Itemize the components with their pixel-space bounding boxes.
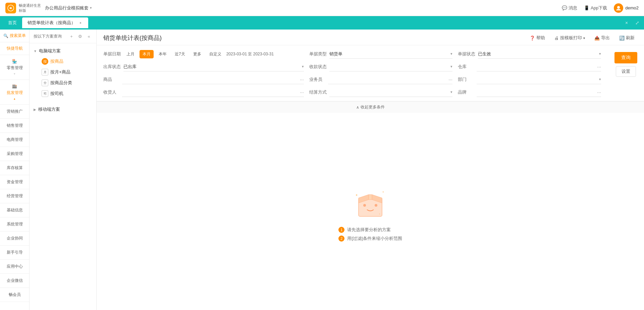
date-btn-this-year[interactable]: 本年	[156, 50, 170, 58]
query-button[interactable]: 查询	[614, 52, 637, 63]
user-name: demo2	[625, 5, 639, 10]
scheme-by-category[interactable]: 分 按商品分类	[34, 78, 92, 88]
brand-control[interactable]: ···	[477, 88, 601, 97]
app-download-button[interactable]: 📱 App下载	[584, 5, 607, 11]
sidebar-item-member[interactable]: 畅会员	[0, 288, 29, 302]
breadcrumb[interactable]: 办公用品行业模拟账套 ▾	[45, 5, 92, 11]
date-btn-more[interactable]: 更多	[190, 50, 204, 58]
print-button[interactable]: 🖨 按模板打印 ▾	[552, 34, 588, 42]
scheme-mobile[interactable]: ▶ 移动端方案	[34, 104, 92, 114]
content-area: 按以下方案查询 + ⚙ « ▼ 电脑端方案 按 按商品 月 按月+	[30, 30, 644, 310]
date-btn-7days[interactable]: 近7天	[172, 50, 188, 58]
sidebar-item-corp-wechat[interactable]: 企业微信	[0, 274, 29, 288]
settings-scheme-button[interactable]: ⚙	[77, 33, 84, 40]
salesperson-control[interactable]: ···	[328, 75, 452, 84]
receiver-dots-icon[interactable]: ···	[300, 90, 304, 95]
tab-minimize-button[interactable]: ×	[623, 19, 631, 27]
export-button[interactable]: 📤 导出	[592, 34, 612, 42]
warehouse-dots-icon[interactable]: ···	[597, 64, 601, 69]
scheme-by-product[interactable]: 按 按商品	[34, 56, 92, 67]
tab-home-label: 首页	[8, 20, 17, 26]
collapse-button[interactable]: ∧ 收起更多条件	[97, 101, 644, 113]
salesperson-dots-icon[interactable]: ···	[448, 77, 452, 82]
department-control[interactable]: ▾	[477, 75, 601, 84]
sidebar-item-inventory[interactable]: 库存核算	[0, 161, 29, 175]
sidebar-item-wholesale[interactable]: 🏬 批发管理 ▴	[0, 80, 29, 105]
scheme-by-month-product[interactable]: 月 按月+商品	[34, 67, 92, 78]
sidebar-app-center-label: 应用中心	[7, 264, 23, 269]
tab-bar-actions: × ⤢	[623, 19, 641, 27]
right-panel: 销货单统计表(按商品) ❓ 帮助 🖨 按模板打印 ▾ 📤 导出	[97, 30, 644, 310]
user-menu[interactable]: demo2	[614, 3, 639, 13]
tip-num-2: 2	[338, 236, 344, 242]
sidebar-search[interactable]: 🔍 搜索菜单	[0, 30, 29, 42]
product-dots-icon[interactable]: ···	[300, 77, 304, 82]
refresh-label: 刷新	[626, 35, 635, 41]
sidebar-quick-nav[interactable]: 快捷导航	[0, 42, 29, 55]
top-header: 畅捷通好生意 标版 办公用品行业模拟账套 ▾ 💬 消息 📱 App下载 demo…	[0, 0, 644, 16]
export-icon: 📤	[594, 36, 600, 41]
scheme-by-category-icon: 分	[42, 80, 48, 86]
date-btn-this-month[interactable]: 本月	[140, 50, 154, 58]
warehouse-control[interactable]: ···	[477, 62, 601, 71]
collapse-panel-button[interactable]: «	[86, 33, 92, 40]
sidebar-item-basic[interactable]: 基础信息	[0, 203, 29, 217]
refresh-button[interactable]: 🔄 刷新	[616, 34, 637, 42]
empty-state: ✦ ✦ ✦ 1 请先选择要分析的方案 2 用[过滤]条件来缩小分析范围	[97, 113, 644, 310]
scheme-by-machine[interactable]: 司 按司机	[34, 88, 92, 99]
doc-type-label: 单据类型	[309, 51, 327, 57]
setup-button[interactable]: 设置	[616, 66, 636, 77]
breadcrumb-text: 办公用品行业模拟账套	[45, 5, 89, 11]
tab-home[interactable]: 首页	[3, 17, 22, 28]
date-btn-custom[interactable]: 自定义	[206, 50, 224, 58]
collect-status-control[interactable]: ▾	[329, 62, 452, 71]
receiver-control[interactable]: ···	[122, 88, 304, 97]
logo-icon	[5, 3, 16, 13]
scheme-by-machine-icon: 司	[42, 90, 48, 97]
sidebar-item-ecommerce[interactable]: 电商管理	[0, 133, 29, 147]
print-icon: 🖨	[554, 36, 559, 41]
scheme-desktop[interactable]: ▼ 电脑端方案	[34, 46, 92, 56]
filter-salesperson: 业务员 ···	[309, 75, 452, 84]
collapse-up-icon: ∧	[356, 105, 359, 110]
sidebar-item-marketing[interactable]: 营销推广	[0, 105, 29, 119]
filter-receiver: 收货人 ···	[103, 88, 304, 97]
out-status-value: 已出库	[123, 64, 301, 70]
out-status-control[interactable]: 已出库 ▾	[123, 62, 304, 71]
app-download-label: App下载	[591, 5, 607, 11]
tab-close-icon[interactable]: ×	[78, 20, 83, 25]
sidebar-item-app-center[interactable]: 应用中心	[0, 260, 29, 274]
message-button[interactable]: 💬 消息	[562, 5, 577, 11]
empty-tip-1: 1 请先选择要分析的方案	[338, 227, 402, 233]
sidebar-item-ops[interactable]: 经营管理	[0, 189, 29, 203]
brand-dots-icon[interactable]: ···	[597, 90, 601, 95]
date-btn-last-month[interactable]: 上月	[123, 50, 138, 58]
payment-control[interactable]: ▾	[329, 88, 452, 97]
sidebar-basic-label: 基础信息	[7, 207, 23, 213]
filter-department: 部门 ▾	[458, 75, 601, 84]
filter-product: 商品 ···	[103, 75, 304, 84]
sidebar-item-sales-mgmt[interactable]: 销售管理	[0, 119, 29, 133]
filter-date: 单据日期 上月 本月 本年 近7天 更多 自定义 2023-03-01 至 20…	[103, 50, 304, 58]
add-scheme-button[interactable]: +	[68, 33, 75, 40]
sidebar-wholesale-icon: 🏬	[12, 84, 17, 89]
sidebar-item-finance[interactable]: 资金管理	[0, 175, 29, 189]
doc-status-control[interactable]: 已生效 ▾	[478, 49, 601, 59]
tab-sales-stats[interactable]: 销货单统计表（按商品） ×	[22, 17, 88, 28]
doc-status-arrow-icon: ▾	[599, 52, 601, 56]
logo-area: 畅捷通好生意 标版	[5, 3, 41, 13]
sidebar-item-system[interactable]: 系统管理	[0, 217, 29, 231]
sidebar-item-purchase[interactable]: 采购管理	[0, 147, 29, 161]
doc-type-control[interactable]: 销货单 ▾	[329, 49, 452, 59]
sidebar-nav-label: 快捷导航	[7, 46, 23, 51]
payment-label: 结算方式	[309, 89, 327, 95]
sidebar-item-retail[interactable]: 🏪 零售管理 ▾	[0, 55, 29, 80]
sidebar-item-enterprise[interactable]: 企业协同	[0, 231, 29, 246]
sidebar-item-newbie[interactable]: 新手引导	[0, 246, 29, 260]
tab-maximize-button[interactable]: ⤢	[633, 19, 641, 27]
filter-fields: 单据日期 上月 本月 本年 近7天 更多 自定义 2023-03-01 至 20…	[97, 45, 608, 101]
help-button[interactable]: ❓ 帮助	[527, 34, 548, 42]
product-control[interactable]: ···	[122, 75, 304, 84]
collect-status-arrow-icon: ▾	[450, 64, 452, 69]
date-label: 单据日期	[103, 51, 121, 57]
